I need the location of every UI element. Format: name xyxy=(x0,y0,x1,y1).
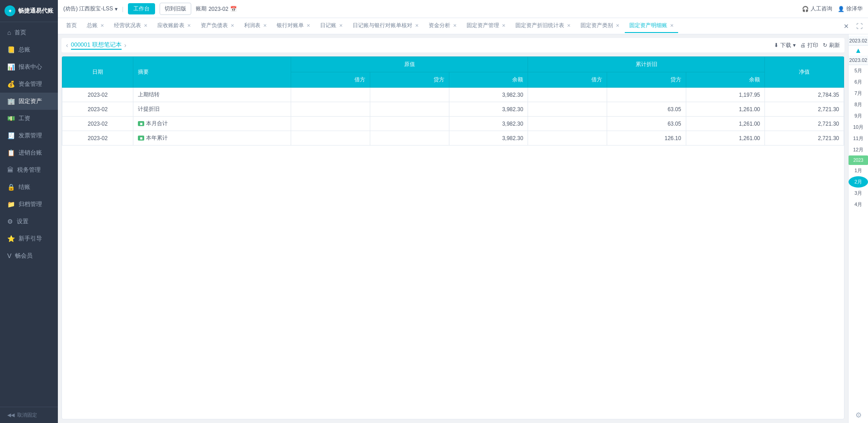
rp-month-9月[interactable]: 9月 xyxy=(849,110,868,122)
refresh-button[interactable]: ↻ 刷新 xyxy=(823,42,840,49)
period-display: 账期 2023-02 📅 xyxy=(196,5,237,13)
rp-month-5月[interactable]: 5月 xyxy=(849,65,868,76)
th-date: 日期 xyxy=(62,57,133,88)
rp-month-8月[interactable]: 8月 xyxy=(849,99,868,110)
member-icon: V xyxy=(7,252,11,259)
topbar-right: 🎧 人工咨询 👤 徐泽华 xyxy=(802,5,863,13)
tab-close-business-status[interactable]: ✕ xyxy=(144,23,147,28)
tab-bank-journal-check[interactable]: 日记账与银行对账单核对✕ xyxy=(348,19,423,33)
tab-business-status[interactable]: 经营状况表✕ xyxy=(109,19,152,33)
calendar-icon: 📅 xyxy=(230,6,237,12)
rp-year-header-2: 2023.02 xyxy=(849,56,868,65)
cell-orig-credit-2 xyxy=(370,117,449,131)
cell-date-2: 2023-02 xyxy=(62,117,133,131)
th-abstract: 摘要 xyxy=(133,57,291,88)
tab-fixed-assets-mgmt[interactable]: 固定资产管理✕ xyxy=(462,19,510,33)
print-label: 打印 xyxy=(807,42,818,49)
sidebar-item-funds[interactable]: 💰资金管理 xyxy=(0,75,58,93)
cell-abstract-1: 计提折旧 xyxy=(133,102,291,117)
cell-acc-balance-0: 1,197.95 xyxy=(686,88,765,102)
rp-month-7月[interactable]: 7月 xyxy=(849,88,868,99)
sidebar-item-archive[interactable]: 📁归档管理 xyxy=(0,196,58,213)
cell-net-value-0: 2,784.35 xyxy=(765,88,844,102)
sidebar-label-home: 首页 xyxy=(14,28,26,37)
sidebar-item-tax[interactable]: 🏛税务管理 xyxy=(0,161,58,179)
download-button[interactable]: ⬇ 下载 ▾ xyxy=(774,42,796,49)
tab-close-fixed-assets-category[interactable]: ✕ xyxy=(616,23,619,28)
rp-up-arrow[interactable]: ▲ xyxy=(855,46,862,56)
sidebar-item-member[interactable]: V畅会员 xyxy=(0,247,58,264)
tab-ar-report[interactable]: 应收账龄表✕ xyxy=(153,19,195,33)
tab-close-journal[interactable]: ✕ xyxy=(339,23,343,28)
rp-settings-icon[interactable]: ⚙ xyxy=(855,409,862,421)
row-tag: ■ xyxy=(138,136,144,141)
tab-bank-statement[interactable]: 银行对账单✕ xyxy=(272,19,315,33)
rp-month-1月[interactable]: 1月 xyxy=(849,165,868,176)
logo-icon: ✦ xyxy=(5,5,15,16)
tab-close-bank-journal-check[interactable]: ✕ xyxy=(415,23,419,28)
cell-acc-credit-3: 126.10 xyxy=(607,131,686,146)
period-label: 账期 xyxy=(196,5,207,13)
cell-orig-debit-3 xyxy=(291,131,370,146)
tab-profit[interactable]: 利润表✕ xyxy=(240,19,271,33)
refresh-label: 刷新 xyxy=(829,42,840,49)
rp-month-11月[interactable]: 11月 xyxy=(849,133,868,144)
support-link[interactable]: 🎧 人工咨询 xyxy=(802,5,832,13)
sidebar-item-reports[interactable]: 📊报表中心 xyxy=(0,58,58,75)
tabbar-actions: ✕ ⛶ xyxy=(842,22,864,31)
sidebar-item-guide[interactable]: ⭐新手引导 xyxy=(0,230,58,247)
th-net-value: 净值 xyxy=(765,57,844,88)
close-tab-button[interactable]: ✕ xyxy=(842,22,851,31)
cell-abstract-0: 上期结转 xyxy=(133,88,291,102)
rp-year-header-1: 2023.02 xyxy=(849,36,868,46)
sidebar-footer[interactable]: ◀◀ 取消固定 xyxy=(0,407,58,423)
payroll-icon: 💵 xyxy=(7,115,15,122)
nav-prev-arrow[interactable]: ‹ xyxy=(66,42,68,49)
sidebar-label-close: 结账 xyxy=(19,183,30,191)
sidebar-item-payroll[interactable]: 💵工资 xyxy=(0,110,58,127)
table-row: 2023-02 上期结转 3,982.30 1,197.95 2,784.35 xyxy=(62,88,844,102)
tab-close-profit[interactable]: ✕ xyxy=(263,23,267,28)
sidebar-item-sales-ledger[interactable]: 📋进销台账 xyxy=(0,144,58,161)
rp-month-12月[interactable]: 12月 xyxy=(849,144,868,155)
rp-month-3月[interactable]: 3月 xyxy=(849,188,868,199)
sidebar-item-home[interactable]: ⌂首页 xyxy=(0,24,58,41)
sidebar-item-ledger[interactable]: 📒总账 xyxy=(0,41,58,58)
sidebar-item-settings[interactable]: ⚙设置 xyxy=(0,213,58,230)
sidebar-item-invoice[interactable]: 🧾发票管理 xyxy=(0,127,58,144)
company-selector[interactable]: (劝告) 江西股宝-LSS ▾ xyxy=(63,5,118,13)
tab-home[interactable]: 首页 xyxy=(61,19,81,33)
sidebar-item-fixed-assets[interactable]: 🏢固定资产 xyxy=(0,93,58,110)
tab-journal[interactable]: 日记账✕ xyxy=(316,19,347,33)
nav-next-arrow[interactable]: › xyxy=(124,42,127,49)
rp-month-6月[interactable]: 6月 xyxy=(849,76,868,88)
rp-month-2月[interactable]: 2月 xyxy=(849,176,868,188)
tab-fixed-assets-detail[interactable]: 固定资产明细账✕ xyxy=(625,19,678,33)
print-button[interactable]: 🖨 打印 xyxy=(800,42,818,49)
download-arrow: ▾ xyxy=(793,42,796,48)
user-menu[interactable]: 👤 徐泽华 xyxy=(838,5,863,13)
tab-ledger[interactable]: 总账✕ xyxy=(82,19,108,33)
tab-close-balance-sheet[interactable]: ✕ xyxy=(231,23,234,28)
switch-version-button[interactable]: 切到旧版 xyxy=(160,3,191,15)
sidebar-item-close[interactable]: 🔒结账 xyxy=(0,179,58,196)
tab-fund-analysis[interactable]: 资金分析✕ xyxy=(424,19,461,33)
tab-close-fixed-assets-mgmt[interactable]: ✕ xyxy=(502,23,505,28)
rp-month-10月[interactable]: 10月 xyxy=(849,122,868,133)
rp-month-4月[interactable]: 4月 xyxy=(849,199,868,210)
tab-close-fund-analysis[interactable]: ✕ xyxy=(453,23,457,28)
expand-tab-button[interactable]: ⛶ xyxy=(854,22,864,31)
tab-fixed-assets-depreciation[interactable]: 固定资产折旧统计表✕ xyxy=(511,19,575,33)
workbench-button[interactable]: 工作台 xyxy=(128,3,155,14)
asset-breadcrumb[interactable]: 000001 联想笔记本 xyxy=(71,41,122,50)
tab-close-bank-statement[interactable]: ✕ xyxy=(307,23,310,28)
tab-close-ar-report[interactable]: ✕ xyxy=(187,23,191,28)
th-accumulated-depreciation: 累计折旧 xyxy=(528,57,765,72)
tab-close-ledger[interactable]: ✕ xyxy=(100,23,104,28)
cell-acc-debit-1 xyxy=(528,102,607,117)
fixed-assets-icon: 🏢 xyxy=(7,98,15,105)
tab-close-fixed-assets-detail[interactable]: ✕ xyxy=(670,23,674,28)
tab-balance-sheet[interactable]: 资产负债表✕ xyxy=(196,19,239,33)
tab-fixed-assets-category[interactable]: 固定资产类别✕ xyxy=(576,19,624,33)
tab-close-fixed-assets-depreciation[interactable]: ✕ xyxy=(567,23,571,28)
